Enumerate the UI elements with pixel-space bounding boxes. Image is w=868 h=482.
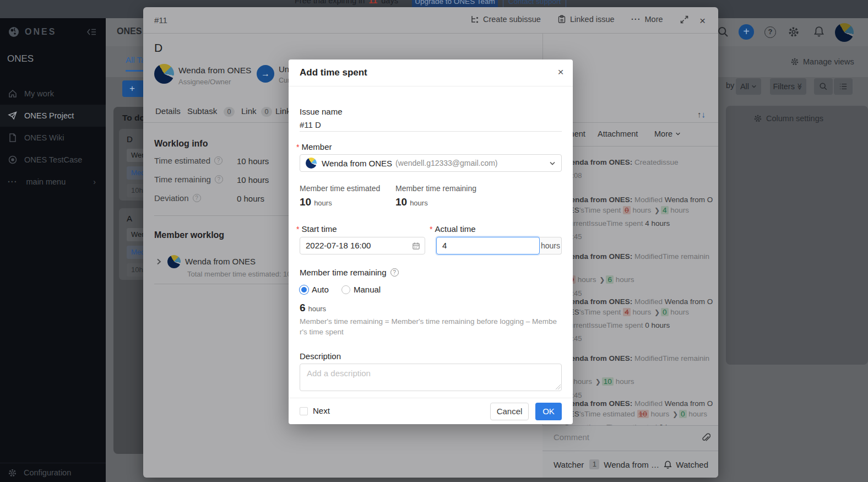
close-icon[interactable]: × xyxy=(554,66,567,78)
radio-manual-label[interactable]: Manual xyxy=(354,285,381,294)
search-icon[interactable] xyxy=(717,26,729,38)
watcher-label: Watcher xyxy=(554,460,584,469)
unit: hours xyxy=(631,206,653,214)
issue-title: D xyxy=(154,41,162,55)
team-name[interactable]: ONES xyxy=(7,53,34,64)
card-title: A xyxy=(127,214,132,223)
next-checkbox[interactable] xyxy=(300,407,308,415)
worklog-row-value: 10 hours xyxy=(237,175,269,185)
watcher-name[interactable]: Wenda from ONES xyxy=(604,460,663,469)
member-select[interactable]: Wenda from ONES (wendell.g12333@gmail.co… xyxy=(300,154,562,172)
user-avatar[interactable] xyxy=(835,23,854,42)
worklog-row-label: Time remaining? xyxy=(154,175,223,184)
settings-gear-icon[interactable] xyxy=(788,26,800,38)
start-time-input[interactable]: 2022-07-18 16:00 xyxy=(300,237,425,254)
filters-label: Filters xyxy=(773,82,794,91)
assignee-name[interactable]: Wenda from ONES xyxy=(178,66,251,75)
required-asterisk: * xyxy=(296,225,299,234)
member-time-remaining-section-label: Member time remaining? xyxy=(300,268,399,277)
tab-all-tasks[interactable]: All Tasks xyxy=(126,55,144,64)
value: 10 xyxy=(395,196,407,208)
cancel-button[interactable]: Cancel xyxy=(490,403,529,420)
watched-button[interactable]: Watched xyxy=(663,460,708,469)
chevron-down-icon xyxy=(549,161,556,166)
expand-row-chevron-icon[interactable] xyxy=(155,258,162,266)
ok-button[interactable]: OK xyxy=(535,403,562,420)
create-subissue-button[interactable]: Create subissue xyxy=(470,15,541,24)
status-transition-icon[interactable]: → xyxy=(257,65,274,83)
radio-manual[interactable] xyxy=(341,285,350,294)
resize-handle[interactable] xyxy=(556,384,561,389)
comment-input[interactable]: Comment xyxy=(554,432,589,442)
next-checkbox-label[interactable]: Next xyxy=(313,406,330,415)
tab-more[interactable]: More xyxy=(654,129,681,138)
worklog-info-title: Worklog info xyxy=(154,139,208,149)
board-search-icon[interactable] xyxy=(814,78,833,95)
manage-views-button[interactable]: Manage views xyxy=(790,57,854,66)
list-view-icon[interactable] xyxy=(834,78,853,95)
entry-field: 'sTime estimated xyxy=(579,410,637,418)
tab-attachment[interactable]: Attachment xyxy=(598,129,638,138)
radio-auto[interactable] xyxy=(300,285,308,294)
sidebar-item-my-work[interactable]: My work xyxy=(0,83,106,105)
linked-issue-button[interactable]: Linked issue xyxy=(557,15,615,24)
dots-icon: ··· xyxy=(8,177,18,186)
dialog-footer: Next Cancel OK xyxy=(289,398,573,424)
gear-icon xyxy=(8,468,17,478)
group-by-label: by xyxy=(726,81,734,90)
member-time-estimated-label: Member time estimated xyxy=(300,184,380,193)
gear-icon xyxy=(753,114,762,123)
tab-subtask[interactable]: Subtask xyxy=(187,106,217,116)
sidebar-item-label: ONES TestCase xyxy=(24,155,82,164)
help-circle-icon: ? xyxy=(390,268,399,277)
change-arrow-icon: ❯ xyxy=(653,308,661,316)
activity-entry: Wenda from ONES: Modified Wenda from ONE… xyxy=(549,296,713,344)
actual-time-input[interactable]: 4 xyxy=(436,237,540,254)
bell-icon xyxy=(663,460,672,469)
sidebar-item-ones-testcase[interactable]: ONES TestCase xyxy=(0,149,106,171)
ones-logo: ONES xyxy=(8,25,56,39)
sort-toggle-icon[interactable]: ↑↓ xyxy=(697,110,706,119)
configuration-label: Configuration xyxy=(24,468,71,477)
help-circle-icon: ? xyxy=(215,175,223,183)
tab-link[interactable]: Link xyxy=(241,106,257,116)
more-button[interactable]: ··· More xyxy=(631,15,663,24)
unit: hours xyxy=(649,410,671,418)
paperclip-icon[interactable] xyxy=(701,432,710,443)
help-icon[interactable]: ? xyxy=(764,26,776,38)
remaining-formula-note: Member's time remaining = Member's time … xyxy=(300,316,563,337)
new-value: 0 xyxy=(661,308,669,316)
assignee-avatar[interactable] xyxy=(154,64,174,84)
clipboard-link-icon xyxy=(557,15,566,24)
entry-user: Wenda from ONES: xyxy=(564,354,632,362)
entry-user: Wenda from ONES: xyxy=(564,196,632,204)
expand-icon[interactable] xyxy=(680,15,689,24)
watcher-count-badge: 1 xyxy=(589,459,599,469)
description-textarea[interactable] xyxy=(300,364,562,391)
entry-time: 16:45 xyxy=(564,333,713,344)
unit: hours xyxy=(687,410,708,418)
radio-auto-label[interactable]: Auto xyxy=(312,285,329,294)
sidebar-item-main-menu[interactable]: ··· main menu › xyxy=(0,171,106,193)
collapse-sidebar-icon[interactable] xyxy=(86,27,97,37)
sidebar-item-ones-project[interactable]: ONES Project xyxy=(0,105,106,127)
group-by-select[interactable]: All xyxy=(736,78,761,95)
filters-button[interactable]: Filters ≫ xyxy=(770,78,806,95)
new-value: 0 xyxy=(679,410,687,418)
close-icon[interactable]: × xyxy=(699,15,706,27)
change-arrow-icon: ❯ xyxy=(653,207,661,214)
entry-user: Wenda from ONES: xyxy=(564,399,632,408)
member-worklog-name[interactable]: Wenda from ONES xyxy=(185,257,256,266)
create-button[interactable]: + xyxy=(739,24,754,40)
tab-details[interactable]: Details xyxy=(155,106,181,116)
divider xyxy=(300,131,562,132)
configuration-button[interactable]: Configuration xyxy=(0,463,106,482)
column-settings-button[interactable]: Column settings xyxy=(753,114,823,123)
sidebar-item-ones-wiki[interactable]: ONES Wiki xyxy=(0,127,106,149)
activity-entry: Wenda from ONES: ModifiedTime remaining … xyxy=(549,251,713,299)
unit: hours xyxy=(314,199,332,207)
issue-modal-header: #11 Create subissue Linked issue ··· Mor… xyxy=(143,7,718,34)
bell-icon[interactable] xyxy=(813,25,825,37)
unit: hours xyxy=(572,377,594,386)
unit: hours xyxy=(576,275,598,284)
